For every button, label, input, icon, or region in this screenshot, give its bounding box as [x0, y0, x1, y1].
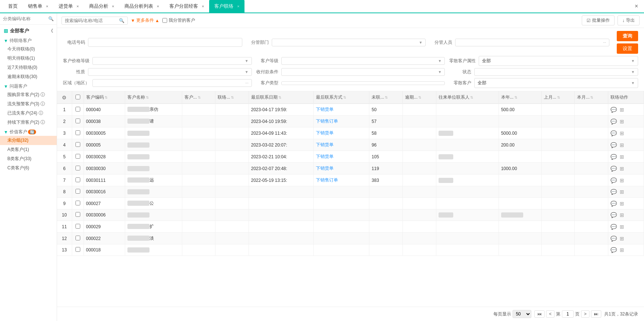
grid-action-icon[interactable]: ⊞	[620, 166, 624, 172]
tab-sales[interactable]: 销售单 ×	[23, 0, 53, 13]
tab-product-analysis-list[interactable]: 商品分析列表 ×	[119, 0, 164, 13]
cell-check[interactable]	[72, 151, 84, 163]
chat-icon[interactable]: 💬	[610, 236, 617, 241]
filter-nature-select[interactable]: ▼	[88, 68, 252, 76]
filter-search-box[interactable]: 🔍	[61, 17, 128, 25]
row-checkbox[interactable]	[75, 247, 80, 252]
sidebar-item-lost[interactable]: 已流失客户(24) ⓘ	[0, 109, 57, 118]
tab-purchase[interactable]: 进货单 ×	[53, 0, 84, 13]
row-checkbox[interactable]	[75, 177, 80, 182]
sidebar-item-loss-warning[interactable]: 流失预警客户(3) ⓘ	[0, 99, 57, 109]
chat-icon[interactable]: 💬	[610, 142, 617, 148]
per-page-select[interactable]: 50 20 100	[513, 310, 531, 318]
row-checkbox[interactable]	[75, 166, 80, 170]
grid-action-icon[interactable]: ⊞	[620, 130, 624, 136]
sidebar-group-value[interactable]: ▼ 价值客户 🔄	[0, 127, 57, 136]
row-checkbox[interactable]	[75, 224, 80, 229]
tab-customer-contact-close[interactable]: ×	[237, 4, 239, 8]
row-checkbox[interactable]	[75, 107, 80, 112]
export-btn[interactable]: ↓ 导出	[617, 15, 640, 25]
tab-customer-contact[interactable]: 客户联络 ×	[209, 0, 244, 13]
tab-home[interactable]: 首页	[3, 0, 23, 13]
tab-product-analysis-list-close[interactable]: ×	[157, 4, 159, 8]
filter-search-icon[interactable]: 🔍	[119, 18, 124, 23]
cell-check[interactable]	[72, 209, 84, 221]
sidebar-item-declining[interactable]: 持续下滑客户(2) ⓘ	[0, 118, 57, 127]
filter-price-select[interactable]: ▼	[92, 57, 252, 65]
tab-customer-segment-close[interactable]: ×	[202, 4, 204, 8]
contact-method-link[interactable]: 下销货单	[316, 154, 334, 159]
chat-icon[interactable]: 💬	[610, 189, 617, 195]
last-page-btn[interactable]: ⏭	[591, 310, 601, 318]
grid-action-icon[interactable]: ⊞	[620, 119, 624, 124]
row-checkbox[interactable]	[75, 201, 80, 205]
grid-action-icon[interactable]: ⊞	[620, 236, 624, 241]
sidebar-group-problem[interactable]: ▼ 问题客户	[0, 81, 57, 90]
filter-status-select[interactable]: ▼	[474, 68, 638, 76]
cell-check[interactable]	[72, 244, 84, 256]
contact-method-link[interactable]: 下销售订单	[316, 177, 338, 183]
gear-icon[interactable]: ⚙	[62, 95, 67, 100]
row-checkbox[interactable]	[75, 119, 80, 123]
sidebar-item-today[interactable]: 今天待联络(0)	[0, 45, 57, 54]
filter-person-select[interactable]: ···	[455, 39, 609, 46]
chat-icon[interactable]: 💬	[610, 119, 617, 124]
sidebar-item-7days[interactable]: 近7天待联络(0)	[0, 63, 57, 72]
contact-method-link[interactable]: 下销售订单	[316, 119, 338, 124]
chat-icon[interactable]: 💬	[610, 201, 617, 207]
filter-retail-cust-select[interactable]: 全部 ▼	[474, 78, 638, 88]
filter-more-btn[interactable]: ▼ 更多条件 ▲	[131, 17, 159, 24]
cell-check[interactable]	[72, 233, 84, 244]
filter-payment-select[interactable]: ▼	[281, 68, 445, 76]
row-checkbox[interactable]	[75, 142, 80, 147]
next-page-btn[interactable]: >	[581, 310, 590, 318]
tab-purchase-close[interactable]: ×	[77, 4, 79, 8]
row-checkbox[interactable]	[75, 236, 80, 240]
cell-check[interactable]	[72, 127, 84, 139]
filter-region-select[interactable]: ···	[92, 79, 252, 87]
contact-method-link[interactable]: 下销货单	[316, 166, 334, 171]
sidebar-item-b-class[interactable]: B类客户(33)	[0, 154, 57, 163]
sidebar-group-waiting[interactable]: ▼ 待联络客户	[0, 36, 57, 45]
cell-check[interactable]	[72, 174, 84, 186]
chat-icon[interactable]: 💬	[610, 166, 617, 172]
contact-method-link[interactable]: 下销货单	[316, 142, 334, 147]
chat-icon[interactable]: 💬	[610, 177, 617, 183]
chat-icon[interactable]: 💬	[610, 130, 617, 136]
sidebar-search-bar[interactable]: 🔍	[0, 13, 57, 25]
cell-check[interactable]	[72, 139, 84, 151]
filter-dept-select[interactable]: ▼	[272, 39, 426, 46]
filter-cust-type-select[interactable]	[281, 81, 445, 85]
grid-action-icon[interactable]: ⊞	[620, 201, 624, 207]
grid-action-icon[interactable]: ⊞	[620, 177, 624, 183]
th-checkbox[interactable]	[72, 91, 84, 104]
filter-retail-attr-select[interactable]: 全部 ▼	[479, 56, 638, 66]
query-btn[interactable]: 查询	[617, 31, 638, 41]
th-settings[interactable]: ⚙	[57, 91, 72, 104]
reset-btn[interactable]: 设置	[617, 43, 638, 54]
chat-icon[interactable]: 💬	[610, 224, 617, 230]
sidebar-collapse-btn[interactable]: 《	[49, 28, 53, 34]
cell-check[interactable]	[72, 221, 84, 233]
grid-action-icon[interactable]: ⊞	[620, 224, 624, 230]
cell-check[interactable]	[72, 163, 84, 174]
row-checkbox[interactable]	[75, 130, 80, 135]
contact-method-link[interactable]: 下销货单	[316, 130, 334, 135]
grid-action-icon[interactable]: ⊞	[620, 154, 624, 160]
grid-action-icon[interactable]: ⊞	[620, 212, 624, 218]
first-page-btn[interactable]: ⏮	[534, 310, 545, 318]
sidebar-item-hoarding[interactable]: 囤购异常客户(2) ⓘ	[0, 90, 57, 99]
cell-check[interactable]	[72, 198, 84, 209]
sidebar-item-a-class[interactable]: A类客户(1)	[0, 145, 57, 154]
chat-icon[interactable]: 💬	[610, 154, 617, 160]
sidebar-item-c-class[interactable]: C类客户(6)	[0, 163, 57, 173]
batch-operation-btn[interactable]: ☑ 批量操作	[582, 15, 615, 25]
tab-customer-segment[interactable]: 客户分层经客 ×	[164, 0, 209, 13]
cell-check[interactable]	[72, 116, 84, 127]
cell-check[interactable]	[72, 186, 84, 198]
sidebar-item-overdue[interactable]: 逾期未联络(30)	[0, 72, 57, 81]
sidebar-search-icon[interactable]: 🔍	[48, 16, 54, 21]
chat-icon[interactable]: 💬	[610, 107, 617, 113]
grid-action-icon[interactable]: ⊞	[620, 142, 624, 148]
my-customers-checkbox[interactable]	[162, 18, 167, 23]
